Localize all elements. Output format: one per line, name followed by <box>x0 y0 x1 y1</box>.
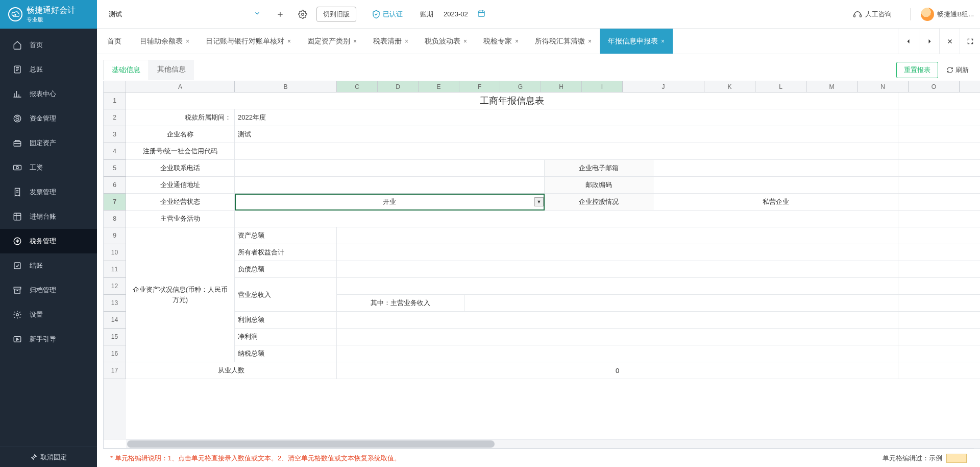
row-header-2[interactable]: 2 <box>104 109 126 126</box>
sheet-hscrollbar[interactable] <box>126 439 980 448</box>
col-header-O[interactable]: O <box>909 81 960 92</box>
row-header-12[interactable]: 12 <box>104 278 126 295</box>
reset-report-button[interactable]: 重置报表 <box>896 62 938 78</box>
holding-value[interactable]: 私营企业 <box>653 194 898 210</box>
row-header-6[interactable]: 6 <box>104 177 126 194</box>
tab-close-icon[interactable]: × <box>463 38 467 45</box>
tabs-fullscreen-button[interactable] <box>960 29 980 54</box>
sidebar-item-11[interactable]: 设置 <box>0 302 97 327</box>
total-revenue-value[interactable] <box>337 278 898 294</box>
add-button[interactable] <box>272 6 289 23</box>
refresh-button[interactable]: 刷新 <box>946 65 969 75</box>
tab-close-icon[interactable]: × <box>287 38 291 45</box>
col-header-D[interactable]: D <box>378 81 419 92</box>
col-header-P[interactable]: P <box>960 81 980 92</box>
row-header-15[interactable]: 15 <box>104 329 126 345</box>
row-header-4[interactable]: 4 <box>104 143 126 160</box>
sidebar-item-1[interactable]: 总账 <box>0 57 97 82</box>
period-value-cell[interactable]: 2022年度 <box>235 109 898 126</box>
unpin-button[interactable]: 取消固定 <box>0 447 97 467</box>
col-header-H[interactable]: H <box>541 81 582 92</box>
tabs-prev-button[interactable] <box>898 29 919 54</box>
tab-1[interactable]: 日记账与银行对账单核对× <box>198 29 299 54</box>
tab-close-icon[interactable]: × <box>515 38 519 45</box>
tabs-next-button[interactable] <box>919 29 939 54</box>
tab-4[interactable]: 税负波动表× <box>416 29 475 54</box>
sidebar-item-2[interactable]: 报表中心 <box>0 82 97 106</box>
total-liabilities-value[interactable] <box>337 261 898 277</box>
row-header-13[interactable]: 13 <box>104 295 126 312</box>
col-header-K[interactable]: K <box>704 81 755 92</box>
tab-6[interactable]: 所得税汇算清缴× <box>527 29 600 54</box>
col-header-B[interactable]: B <box>235 81 337 92</box>
sidebar-item-12[interactable]: 新手引导 <box>0 327 97 352</box>
tab-3[interactable]: 税表清册× <box>365 29 416 54</box>
settings-button[interactable] <box>294 6 311 23</box>
sheet-hscroll-thumb[interactable] <box>127 440 495 448</box>
sidebar-item-0[interactable]: 首页 <box>0 33 97 57</box>
sidebar-item-7[interactable]: 进销台账 <box>0 204 97 229</box>
sidebar-item-8[interactable]: 税务管理 <box>0 229 97 253</box>
company-name-value[interactable]: 测试 <box>235 126 898 143</box>
col-header-E[interactable]: E <box>419 81 459 92</box>
row-header-16[interactable]: 16 <box>104 345 126 362</box>
col-header-C[interactable]: C <box>337 81 378 92</box>
calendar-icon[interactable] <box>477 9 485 19</box>
subtab-basic[interactable]: 基础信息 <box>103 60 149 80</box>
sidebar-item-5[interactable]: 工资 <box>0 155 97 180</box>
row-header-8[interactable]: 8 <box>104 211 126 227</box>
row-header-11[interactable]: 11 <box>104 261 126 278</box>
tab-0[interactable]: 目辅助余额表× <box>132 29 198 54</box>
row-header-5[interactable]: 5 <box>104 160 126 177</box>
main-business-value[interactable] <box>235 211 898 227</box>
email-value[interactable] <box>653 160 898 176</box>
row-header-3[interactable]: 3 <box>104 126 126 143</box>
tab-close-icon[interactable]: × <box>661 38 665 45</box>
tab-7[interactable]: 年报信息申报表× <box>600 29 673 54</box>
sidebar-item-10[interactable]: 归档管理 <box>0 278 97 302</box>
address-value[interactable] <box>235 177 545 193</box>
row-header-7[interactable]: 7 <box>104 194 126 211</box>
tab-5[interactable]: 税检专家× <box>475 29 527 54</box>
row-header-10[interactable]: 10 <box>104 244 126 261</box>
col-header-A[interactable]: A <box>126 81 235 92</box>
owner-equity-value[interactable] <box>337 244 898 261</box>
postcode-value[interactable] <box>653 177 898 193</box>
col-header-M[interactable]: M <box>806 81 857 92</box>
reg-code-value[interactable] <box>235 143 898 159</box>
tab-close-icon[interactable]: × <box>186 38 189 45</box>
row-header-14[interactable]: 14 <box>104 312 126 329</box>
select-all-corner[interactable] <box>104 81 126 92</box>
col-header-I[interactable]: I <box>582 81 623 92</box>
phone-value[interactable] <box>235 160 545 176</box>
total-tax-value[interactable] <box>337 345 898 362</box>
tab-close-icon[interactable]: × <box>353 38 357 45</box>
net-profit-value[interactable] <box>337 329 898 345</box>
consult-button[interactable]: 人工咨询 <box>853 10 892 19</box>
tab-close-icon[interactable]: × <box>588 38 592 45</box>
subtab-other[interactable]: 其他信息 <box>149 60 194 80</box>
employee-count-value[interactable]: 0 <box>337 362 898 379</box>
col-header-F[interactable]: F <box>459 81 500 92</box>
tabs-close-button[interactable] <box>939 29 960 54</box>
main-revenue-value[interactable] <box>464 295 898 311</box>
col-header-G[interactable]: G <box>500 81 541 92</box>
total-assets-value[interactable] <box>337 227 898 244</box>
sidebar-item-6[interactable]: 发票管理 <box>0 180 97 204</box>
sidebar-item-4[interactable]: 固定资产 <box>0 131 97 155</box>
tab-close-icon[interactable]: × <box>405 38 408 45</box>
user-menu[interactable]: 畅捷通B组... <box>921 8 974 21</box>
business-status-value[interactable]: 开业 <box>235 194 545 210</box>
sidebar-item-3[interactable]: 资金管理 <box>0 106 97 131</box>
sidebar-item-9[interactable]: 结账 <box>0 253 97 278</box>
old-version-button[interactable]: 切到旧版 <box>316 7 356 22</box>
company-selector[interactable]: 测试 <box>103 6 266 23</box>
dropdown-arrow-icon[interactable]: ▼ <box>534 197 544 206</box>
col-header-J[interactable]: J <box>623 81 704 92</box>
row-header-9[interactable]: 9 <box>104 227 126 244</box>
row-header-1[interactable]: 1 <box>104 92 126 109</box>
tab-2[interactable]: 固定资产类别× <box>299 29 365 54</box>
tab-home[interactable]: 首页 <box>97 29 132 54</box>
total-profit-value[interactable] <box>337 312 898 328</box>
col-header-L[interactable]: L <box>755 81 806 92</box>
